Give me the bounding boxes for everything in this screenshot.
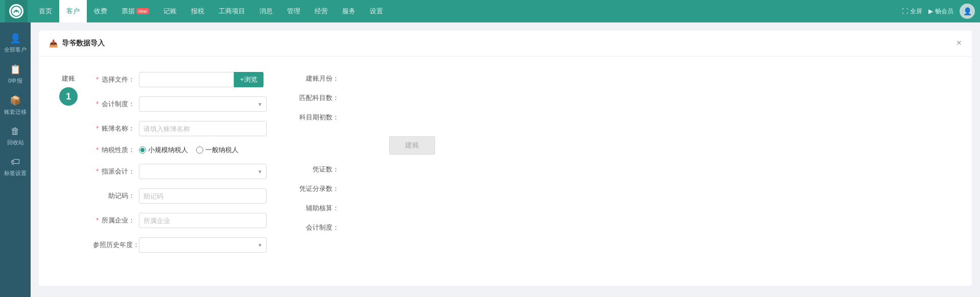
panel-header: 📥 导爷数据导入: [39, 31, 972, 57]
nav-right: ⛶ 全屏 ▶ 畅会员 👤: [902, 4, 975, 19]
logo[interactable]: [5, 0, 28, 22]
ledger-migrate-icon: 📦: [10, 95, 21, 106]
accounting-system-label: 会计制度：: [297, 223, 343, 232]
tax-general-radio[interactable]: [196, 146, 203, 154]
logo-icon: [9, 4, 23, 18]
nav-invoice[interactable]: 票据 new: [114, 0, 156, 22]
nav-billing[interactable]: 收费: [87, 0, 114, 22]
ledger-label: * 账簿名称：: [93, 124, 139, 133]
accounting-select[interactable]: [139, 96, 267, 112]
accounting-select-wrapper: ▼: [139, 96, 267, 112]
tax-label: * 纳税性质：: [93, 145, 139, 155]
recycle-icon: 🗑: [11, 126, 20, 137]
build-month-row: 建账月份：: [297, 74, 440, 83]
match-subject-row: 匹配科目数：: [297, 93, 440, 103]
svg-point-1: [15, 10, 17, 12]
nav-items: 首页 客户 收费 票据 new 记账 报税 工商项目 消息 管理 经营 服务 设…: [28, 0, 902, 22]
memo-input[interactable]: [139, 188, 267, 204]
tax-small-radio[interactable]: [139, 146, 146, 154]
company-label: * 所属企业：: [93, 216, 139, 225]
top-nav: 首页 客户 收费 票据 new 记账 报税 工商项目 消息 管理 经营 服务 设…: [0, 0, 980, 22]
nav-settings[interactable]: 设置: [363, 0, 390, 22]
ledger-row: * 账簿名称：: [93, 121, 267, 136]
sidebar-item-zero-declare[interactable]: 📋 0申报: [0, 59, 31, 90]
nav-bookkeeping[interactable]: 记账: [156, 0, 184, 22]
nav-operation[interactable]: 经营: [307, 0, 335, 22]
history-select[interactable]: [139, 237, 267, 253]
period-initial-row: 科目期初数：: [297, 113, 440, 122]
tax-small-scale[interactable]: 小规模纳税人: [139, 145, 188, 155]
accounting-row: * 会计制度： ▼: [93, 96, 267, 112]
nav-manage[interactable]: 管理: [280, 0, 307, 22]
build-account-button[interactable]: 建账: [389, 136, 435, 155]
close-button[interactable]: ×: [956, 38, 962, 48]
form-area: 建账 1 * 选择文件： +浏览: [39, 57, 972, 277]
file-label: * 选择文件：: [93, 75, 139, 84]
history-select-wrapper: ▼: [139, 237, 267, 253]
accountant-label: * 指派会计：: [93, 167, 139, 176]
auxiliary-label: 辅助核算：: [297, 204, 343, 213]
sidebar-item-tag-settings[interactable]: 🏷 标签设置: [0, 152, 31, 182]
accountant-select[interactable]: [139, 164, 267, 179]
panel-title: 导爷数据导入: [62, 39, 105, 48]
auxiliary-row: 辅助核算：: [297, 204, 440, 213]
step-label: 建账: [62, 74, 75, 83]
accounting-system-row: 会计制度：: [297, 223, 440, 232]
fullscreen-icon: ⛶: [902, 8, 908, 15]
tax-row: * 纳税性质： 小规模纳税人 一般纳税人: [93, 145, 267, 155]
browse-button[interactable]: +浏览: [234, 72, 264, 87]
fullscreen-button[interactable]: ⛶ 全屏: [902, 7, 922, 16]
sidebar-item-recycle[interactable]: 🗑 回收站: [0, 121, 31, 152]
tax-radio-group: 小规模纳税人 一般纳税人: [139, 145, 267, 155]
voucher-entries-label: 凭证分录数：: [297, 184, 343, 193]
ledger-input[interactable]: [139, 121, 267, 136]
nav-customer[interactable]: 客户: [59, 0, 87, 22]
nav-tax[interactable]: 报税: [184, 0, 211, 22]
import-icon: 📥: [49, 39, 58, 47]
sidebar: 👤 全部客户 📋 0申报 📦 账套迁移 🗑 回收站 🏷 标签设置: [0, 22, 31, 297]
all-customers-icon: 👤: [10, 33, 21, 44]
zero-declare-icon: 📋: [10, 64, 21, 75]
panel: 📥 导爷数据导入 × 建账 1 * 选择文件：: [39, 31, 972, 286]
sidebar-item-all-customers[interactable]: 👤 全部客户: [0, 28, 31, 59]
file-row: * 选择文件： +浏览: [93, 72, 267, 87]
member-button[interactable]: ▶ 畅会员: [928, 7, 953, 16]
nav-service[interactable]: 服务: [335, 0, 363, 22]
accounting-label: * 会计制度：: [93, 100, 139, 109]
tax-general[interactable]: 一般纳税人: [196, 145, 238, 155]
company-input[interactable]: [139, 213, 267, 228]
avatar[interactable]: 👤: [960, 4, 975, 19]
sidebar-item-ledger-migrate[interactable]: 📦 账套迁移: [0, 90, 31, 121]
form-left: 建账 1 * 选择文件： +浏览: [59, 72, 267, 262]
history-label: 参照历史年度：: [93, 240, 139, 250]
accountant-row: * 指派会计： ▼: [93, 164, 267, 179]
nav-business[interactable]: 工商项目: [211, 0, 252, 22]
match-subject-label: 匹配科目数：: [297, 93, 343, 103]
step-badge: 1: [59, 87, 78, 106]
memo-label: 助记码：: [93, 191, 139, 201]
company-row: * 所属企业：: [93, 213, 267, 228]
voucher-row: 凭证数：: [297, 165, 440, 174]
new-badge: new: [136, 8, 149, 14]
history-row: 参照历史年度： ▼: [93, 237, 267, 253]
info-panel: 建账月份： 匹配科目数： 科目期初数： 建账 凭证数：: [297, 72, 440, 262]
memo-row: 助记码：: [93, 188, 267, 204]
tag-settings-icon: 🏷: [11, 157, 20, 167]
main-content: 📥 导爷数据导入 × 建账 1 * 选择文件：: [31, 22, 980, 297]
voucher-label: 凭证数：: [297, 165, 343, 174]
form-section: * 选择文件： +浏览 * 会计制度：: [93, 72, 267, 262]
voucher-entries-row: 凭证分录数：: [297, 184, 440, 193]
nav-message[interactable]: 消息: [252, 0, 280, 22]
file-input[interactable]: [139, 72, 234, 87]
period-initial-label: 科目期初数：: [297, 113, 343, 122]
build-month-label: 建账月份：: [297, 74, 343, 83]
file-input-group: +浏览: [139, 72, 264, 87]
nav-home[interactable]: 首页: [32, 0, 59, 22]
accountant-select-wrapper: ▼: [139, 164, 267, 179]
member-icon: ▶: [928, 8, 933, 15]
